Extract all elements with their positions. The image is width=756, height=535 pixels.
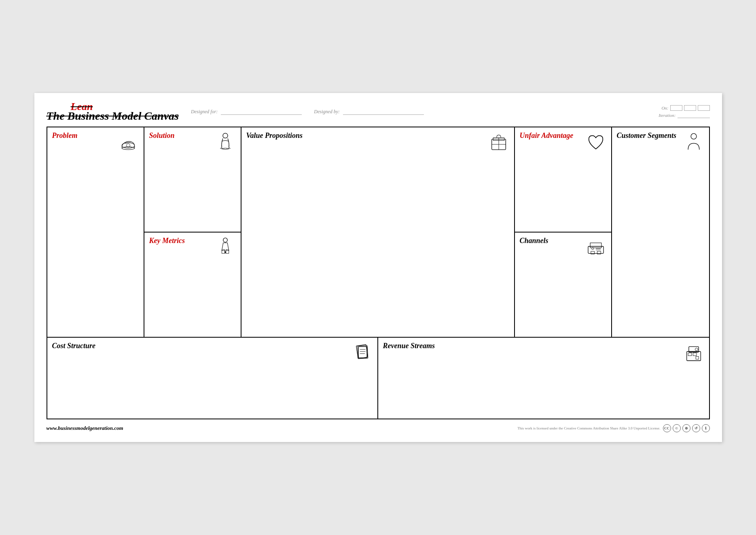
header-fields: Designed for: Designed by: (191, 108, 646, 115)
logo: Lean The Business Model Canvas (47, 101, 179, 123)
customer-label: Customer Segments (617, 131, 677, 140)
designed-by-label: Designed by: (314, 109, 340, 115)
svg-rect-24 (696, 357, 699, 359)
cell-value-prop[interactable]: Value Propositions (241, 127, 515, 337)
svg-rect-12 (597, 252, 601, 254)
key-metrics-title: Key Metrics (149, 237, 236, 258)
key-metrics-icon (215, 237, 236, 258)
svg-point-14 (691, 133, 697, 139)
cc-icon-c: © (673, 424, 681, 432)
cell-problem[interactable]: Problem (47, 127, 144, 337)
canvas-top: Problem Solution (47, 127, 709, 338)
solution-label: Solution (149, 131, 175, 140)
revenue-title: Revenue Streams (383, 342, 704, 363)
designed-for-field: Designed for: (191, 108, 302, 115)
unfair-title: Unfair Advantage (520, 131, 606, 152)
cell-revenue[interactable]: Revenue Streams (378, 338, 709, 419)
cell-unfair-col: Unfair Advantage Channels (515, 127, 612, 337)
footer-license: This work is licensed under the Creative… (517, 426, 660, 430)
channels-label: Channels (520, 237, 548, 245)
unfair-icon (585, 131, 606, 152)
on-box-1[interactable] (670, 105, 682, 111)
canvas-bottom: Cost Structure Revenue Streams (47, 338, 709, 419)
cc-icon-info: ℹ (702, 424, 710, 432)
footer-icons: CC © ⊕ ↺ ℹ (663, 424, 710, 432)
customer-title: Customer Segments (617, 131, 704, 152)
problem-icon (118, 131, 139, 152)
channels-title: Channels (520, 237, 606, 258)
footer-url: www.businessmodelgeneration.com (47, 425, 123, 431)
svg-rect-23 (693, 353, 697, 356)
problem-label: Problem (52, 131, 78, 140)
on-box-2[interactable] (684, 105, 696, 111)
solution-title: Solution (149, 131, 236, 152)
cc-icon-cc: CC (663, 424, 671, 432)
svg-rect-17 (358, 347, 367, 358)
svg-rect-11 (591, 252, 594, 254)
cell-key-metrics[interactable]: Key Metrics (144, 233, 241, 337)
on-box-3[interactable] (698, 105, 710, 111)
solution-icon (215, 131, 236, 152)
revenue-label: Revenue Streams (383, 342, 435, 350)
cell-unfair[interactable]: Unfair Advantage (515, 127, 611, 233)
designed-by-field: Designed by: (314, 108, 424, 115)
revenue-icon (683, 342, 704, 363)
cell-cost[interactable]: Cost Structure (47, 338, 378, 419)
svg-rect-22 (688, 353, 692, 356)
header: Lean The Business Model Canvas Designed … (47, 101, 710, 123)
cc-icon-share: ↺ (692, 424, 700, 432)
cc-icon-plus: ⊕ (682, 424, 690, 432)
cell-channels[interactable]: Channels (515, 233, 611, 337)
cell-customer[interactable]: Customer Segments (612, 127, 709, 337)
logo-main: The Business Model Canvas (47, 110, 179, 122)
header-right: On: Iteration: (659, 105, 709, 118)
canvas: Problem Solution (47, 127, 710, 419)
svg-point-4 (223, 238, 227, 242)
customer-icon (683, 131, 704, 152)
designed-by-input[interactable] (343, 108, 424, 115)
cost-label: Cost Structure (52, 342, 96, 350)
footer: www.businessmodelgeneration.com This wor… (47, 423, 710, 434)
svg-rect-10 (590, 243, 601, 248)
value-prop-title: Value Propositions (246, 131, 509, 152)
designed-for-label: Designed for: (191, 109, 218, 115)
problem-title: Problem (52, 131, 139, 152)
footer-right: This work is licensed under the Creative… (517, 424, 709, 432)
designed-for-input[interactable] (221, 108, 302, 115)
value-prop-icon (488, 131, 509, 152)
unfair-label: Unfair Advantage (520, 131, 574, 140)
channels-icon (585, 237, 606, 258)
key-metrics-label: Key Metrics (149, 237, 185, 245)
svg-point-26 (695, 348, 698, 351)
iteration-input[interactable] (678, 112, 710, 118)
svg-point-3 (222, 133, 227, 138)
iteration-label: Iteration: (659, 113, 676, 118)
on-line: On: (661, 105, 709, 111)
cell-solution-col: Solution Key Metric (144, 127, 241, 337)
value-prop-label: Value Propositions (246, 131, 303, 140)
on-label: On: (661, 106, 668, 110)
cost-icon (352, 342, 373, 363)
page: Lean The Business Model Canvas Designed … (34, 93, 722, 442)
cell-solution[interactable]: Solution (144, 127, 241, 233)
cost-title: Cost Structure (52, 342, 373, 363)
iteration-field: Iteration: (659, 112, 709, 118)
